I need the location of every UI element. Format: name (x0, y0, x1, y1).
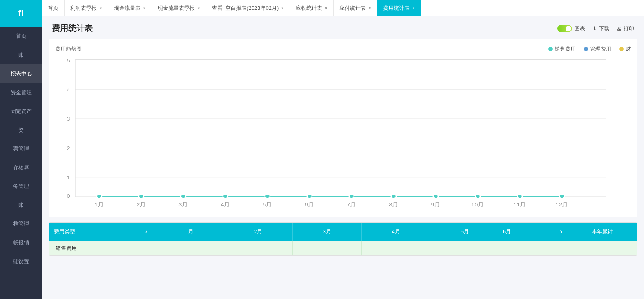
svg-text:5: 5 (67, 58, 71, 64)
th-type: 费用类型 ‹ (49, 223, 155, 241)
legend-dot-sales (548, 47, 553, 51)
tab-cashflow-quarterly[interactable]: 现金流量表季报× (152, 0, 206, 16)
tab-close-expense-stats[interactable]: × (412, 5, 415, 11)
svg-point-13 (97, 194, 102, 199)
svg-point-22 (475, 194, 480, 199)
tab-blank-report[interactable]: 查看_空白报表(2023年02月)× (206, 0, 290, 16)
chart-legend: 销售费用 管理费用 财 (548, 45, 631, 53)
tab-receivable-stats[interactable]: 应收统计表× (290, 0, 334, 16)
svg-rect-12 (75, 59, 606, 197)
svg-text:12月: 12月 (555, 202, 568, 208)
svg-point-17 (265, 194, 270, 199)
svg-text:10月: 10月 (471, 202, 484, 208)
svg-point-23 (517, 194, 522, 199)
svg-text:2月: 2月 (136, 202, 146, 208)
tab-close-payable-stats[interactable]: × (368, 5, 371, 11)
tab-cashflow[interactable]: 现金流量表× (108, 0, 152, 16)
legend-admin: 管理费用 (584, 45, 611, 53)
svg-text:4月: 4月 (221, 202, 230, 208)
td-sales-m3 (293, 241, 362, 255)
chart-toggle-wrapper: 图表 (557, 25, 585, 32)
svg-point-24 (559, 194, 564, 199)
tab-close-cashflow-quarterly[interactable]: × (197, 5, 200, 11)
content-area: 费用统计表 图表 ⬇ 下载 🖨 打印 费用趋势图 (42, 16, 644, 299)
svg-point-19 (349, 194, 354, 199)
next-arrow[interactable]: › (557, 227, 564, 236)
svg-point-18 (307, 194, 312, 199)
chart-title: 费用趋势图 (55, 45, 82, 53)
sidebar-item-fixed-assets[interactable]: 固定资产 (0, 102, 42, 121)
sidebar-item-home[interactable]: 首页 (0, 27, 42, 46)
svg-text:1月: 1月 (94, 202, 104, 208)
legend-dot-finance (619, 47, 624, 51)
legend-dot-admin (584, 47, 588, 51)
tab-close-blank-report[interactable]: × (281, 5, 284, 11)
expense-table: 费用类型 ‹ 1月 2月 3月 4月 5月 6月 › 本年累计 销售费用 (49, 222, 637, 256)
tab-close-receivable-stats[interactable]: × (325, 5, 328, 11)
td-sales-m1 (155, 241, 224, 255)
td-sales-m4 (362, 241, 431, 255)
print-icon: 🖨 (617, 25, 622, 31)
chart-header: 费用趋势图 销售费用 管理费用 财 (55, 45, 631, 53)
prev-arrow[interactable]: ‹ (143, 227, 150, 236)
table-row-sales: 销售费用 (49, 241, 637, 255)
td-sales-m5 (430, 241, 499, 255)
chart-canvas: 5 4 3 2 1 0 (55, 56, 631, 211)
td-sales-m6 (499, 241, 568, 255)
sidebar-item-service-mgmt[interactable]: 务管理 (0, 177, 42, 196)
tab-profit-quarterly[interactable]: 利润表季报× (65, 0, 108, 16)
svg-text:11月: 11月 (513, 202, 526, 208)
svg-point-14 (139, 194, 144, 199)
svg-point-15 (181, 194, 186, 199)
sidebar-item-accounts[interactable]: 账 (0, 46, 42, 64)
download-icon: ⬇ (593, 25, 597, 31)
th-type-label: 费用类型 (54, 228, 75, 235)
svg-text:1: 1 (67, 175, 70, 181)
sidebar-item-capital[interactable]: 资金管理 (0, 83, 42, 102)
svg-text:3月: 3月 (178, 202, 188, 208)
svg-point-21 (433, 194, 438, 199)
sidebar-item-sub-accounts[interactable]: 账 (0, 196, 42, 215)
tab-payable-stats[interactable]: 应付统计表× (334, 0, 377, 16)
tab-bar: 首页 利润表季报× 现金流量表× 现金流量表季报× 查看_空白报表(2023年0… (42, 0, 644, 16)
page-title: 费用统计表 (52, 23, 93, 34)
td-sales-cumulative (568, 241, 637, 255)
sidebar-item-basic-settings[interactable]: 础设置 (0, 252, 42, 271)
td-sales-m2 (224, 241, 293, 255)
tab-home[interactable]: 首页 (42, 0, 65, 16)
table-header-row: 费用类型 ‹ 1月 2月 3月 4月 5月 6月 › 本年累计 (49, 223, 637, 241)
th-month-5: 5月 (430, 223, 499, 241)
th-month-1: 1月 (155, 223, 224, 241)
tab-expense-stats[interactable]: 费用统计表× (377, 0, 421, 16)
th-month-3: 3月 (293, 223, 362, 241)
svg-text:8月: 8月 (389, 202, 398, 208)
sidebar-item-inventory[interactable]: 存核算 (0, 158, 42, 177)
sidebar-item-investments[interactable]: 资 (0, 121, 42, 140)
svg-point-20 (391, 194, 396, 199)
legend-label-sales: 销售费用 (555, 45, 576, 53)
sidebar-item-invoice-mgmt[interactable]: 票管理 (0, 140, 42, 158)
page-header: 费用统计表 图表 ⬇ 下载 🖨 打印 (42, 16, 644, 39)
chart-toggle[interactable] (557, 25, 572, 32)
th-month-6: 6月 › (499, 223, 568, 241)
svg-text:6月: 6月 (305, 202, 314, 208)
app-logo: fi (0, 0, 42, 27)
download-label: 下载 (599, 25, 609, 32)
td-type-sales: 销售费用 (49, 241, 155, 255)
sidebar-item-expense-reimb[interactable]: 畅报销 (0, 233, 42, 252)
svg-text:7月: 7月 (347, 202, 356, 208)
th-month-4: 4月 (362, 223, 431, 241)
svg-text:4: 4 (67, 87, 71, 93)
sidebar: fi 首页 账 报表中心 资金管理 固定资产 资 票管理 存核算 务管理 账 档… (0, 0, 42, 299)
sidebar-item-archive-mgmt[interactable]: 档管理 (0, 215, 42, 233)
tab-close-profit-quarterly[interactable]: × (99, 5, 102, 11)
svg-text:9月: 9月 (431, 202, 440, 208)
print-button[interactable]: 🖨 打印 (617, 25, 634, 32)
tab-close-cashflow[interactable]: × (143, 5, 146, 11)
download-button[interactable]: ⬇ 下载 (593, 25, 609, 32)
svg-point-16 (223, 194, 228, 199)
header-actions: 图表 ⬇ 下载 🖨 打印 (557, 25, 634, 32)
sidebar-item-reports[interactable]: 报表中心 (0, 64, 42, 83)
th-cumulative: 本年累计 (568, 223, 637, 241)
legend-label-admin: 管理费用 (590, 45, 611, 53)
